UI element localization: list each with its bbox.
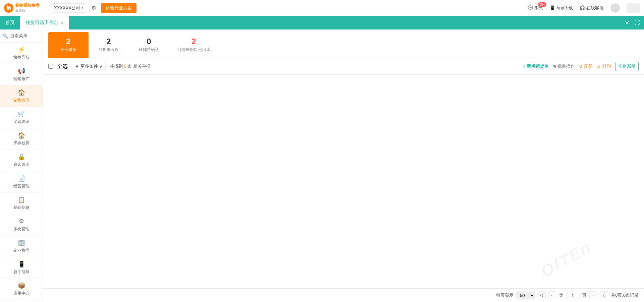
stat-label-all: 全部单据 <box>60 47 76 53</box>
sidebar-item-label: 经营管理 <box>13 183 30 189</box>
capital-icon: 🔒 <box>18 153 25 161</box>
search-icon: 🔍 <box>3 34 8 39</box>
sidebar-item-label: 采购管理 <box>13 119 30 125</box>
sidebar-item-label: 销售管理 <box>13 98 30 103</box>
sidebar-item-label: 营销推广 <box>13 76 30 82</box>
expand-icon[interactable]: ⛶ <box>633 20 641 26</box>
messages-badge: 99+ <box>538 2 546 7</box>
prev-page-button[interactable]: ＜ <box>548 291 556 299</box>
found-suffix: 条 <box>127 64 132 69</box>
sidebar-item-operations[interactable]: 📄 经营管理 <box>0 171 43 193</box>
service-icon: 🎧 <box>580 5 585 10</box>
close-window-icon[interactable]: ✕ <box>624 20 631 26</box>
sidebar-item-label: 企业协同 <box>13 248 30 253</box>
sidebar-item-quick-nav[interactable]: ⚡ 快捷导航 <box>0 43 43 64</box>
logo-area: 畅 畅捷通好生意 标准版 <box>4 3 47 13</box>
batch-label: 批量操作 <box>557 63 575 69</box>
sidebar-item-label: 应用中心 <box>13 291 30 296</box>
sidebar-item-app-center[interactable]: 📦 应用中心 <box>0 279 43 300</box>
stat-label-overdue: 到期未收款 <box>99 47 119 53</box>
toolbar-right: + 新增销货单 ⊞ 批量操作 ↺ 刷新 🖨 打印 切换新版 <box>523 62 639 71</box>
trial-button[interactable]: 体验行业方案 <box>101 3 137 13</box>
header-right: 💬 消息 99+ 📱 App下载 🎧 在线客服 <box>528 3 640 13</box>
app-download-label: App下载 <box>556 5 573 11</box>
company-name: XXXXXX公司 <box>54 5 80 11</box>
stat-card-overdue[interactable]: 2 到期未收款 <box>89 32 129 58</box>
refresh-icon: ↺ <box>579 64 583 69</box>
online-service-button[interactable]: 🎧 在线客服 <box>580 5 604 11</box>
stat-card-pending[interactable]: 0 旺辅待确认 <box>129 32 169 58</box>
sidebar-item-enterprise[interactable]: 🏢 企业协同 <box>0 236 43 257</box>
user-menu[interactable] <box>627 3 640 13</box>
tab-workbench[interactable]: 钱货日清工作台 ✕ <box>20 16 69 29</box>
tab-home-label: 首页 <box>5 20 15 26</box>
sidebar-item-wecom[interactable]: 💬 企业微信 <box>0 300 43 302</box>
stat-label-unshipped: 到期未收款 已出库 <box>177 47 210 53</box>
content-area: 2 全部单据 2 到期未收款 0 旺辅待确认 2 到期未收款 已出库 <box>43 29 644 302</box>
messages-button[interactable]: 💬 消息 99+ <box>528 5 543 11</box>
system-icon: ⚙ <box>19 218 24 225</box>
tab-controls: ✕ ⛶ <box>624 20 644 26</box>
select-all-label: 全选 <box>57 63 68 70</box>
next-page-button[interactable]: ＞ <box>589 291 597 299</box>
sales-icon: 🏠 <box>18 89 25 96</box>
sidebar-item-basic-info[interactable]: 📋 基础信息 <box>0 193 43 214</box>
sidebar-item-label: 新手引导 <box>13 269 30 275</box>
per-page-select[interactable]: 50 100 200 <box>516 292 535 299</box>
page-input[interactable] <box>566 292 580 299</box>
enterprise-icon: 🏢 <box>18 239 25 246</box>
more-conditions-button[interactable]: ▼ 更多条件 ∨ <box>72 62 106 71</box>
sidebar-item-label: 基础信息 <box>13 205 30 210</box>
first-page-button[interactable]: ⟨⟨ <box>538 291 546 299</box>
marketing-icon: 📢 <box>18 67 25 75</box>
stat-card-unshipped[interactable]: 2 到期未收款 已出库 <box>169 32 218 58</box>
tab-home[interactable]: 首页 <box>0 16 20 29</box>
app-center-icon: 📦 <box>18 282 25 289</box>
add-sales-order-button[interactable]: + 新增销货单 <box>523 63 548 69</box>
stats-wrapper: 2 全部单据 2 到期未收款 0 旺辅待确认 2 到期未收款 已出库 <box>43 29 644 58</box>
total-records: 共0页,0条记录 <box>611 292 639 298</box>
sidebar-item-label: 资金管理 <box>13 162 30 168</box>
sidebar-item-guide[interactable]: 📱 新手引导 <box>0 257 43 279</box>
filter-icon: ▼ <box>75 64 79 69</box>
table-area <box>43 75 644 288</box>
stat-num-unshipped: 2 <box>192 37 196 46</box>
page-suffix: 页 <box>582 292 587 298</box>
tab-workbench-label: 钱货日清工作台 <box>25 20 58 26</box>
sidebar-item-capital[interactable]: 🔒 资金管理 <box>0 150 43 171</box>
app-download-button[interactable]: 📱 App下载 <box>550 5 573 11</box>
close-tab-icon[interactable]: ✕ <box>60 20 64 25</box>
logo-icon: 畅 <box>4 3 13 13</box>
print-button[interactable]: 🖨 打印 <box>597 63 611 69</box>
company-selector[interactable]: XXXXXX公司 ▾ <box>51 3 86 13</box>
gear-icon: ⚙ <box>91 5 96 11</box>
sidebar-item-system[interactable]: ⚙ 系统管理 <box>0 214 43 236</box>
operations-icon: 📄 <box>18 175 25 182</box>
sidebar-item-marketing[interactable]: 📢 营销推广 <box>0 64 43 85</box>
chevron-down-icon: ∨ <box>99 64 103 69</box>
found-count: 0 <box>124 64 126 69</box>
batch-operations-button[interactable]: ⊞ 批量操作 <box>552 63 575 69</box>
sidebar-item-purchase[interactable]: 🛒 采购管理 <box>0 107 43 128</box>
purchase-icon: 🛒 <box>18 110 25 118</box>
print-label: 打印 <box>602 63 611 69</box>
avatar[interactable] <box>610 3 620 13</box>
more-conditions-label: 更多条件 <box>80 63 98 69</box>
sidebar-item-sales[interactable]: 🏠 销售管理 <box>0 85 43 107</box>
page-label: 第 <box>559 292 564 298</box>
pagination: 每页显示 50 100 200 ⟨⟨ ＜ 第 页 ＞ ⟩⟩ 共0页,0条记录 <box>43 288 644 302</box>
select-all-checkbox[interactable] <box>48 64 53 69</box>
search-menu-button[interactable]: 🔍 搜索菜单 <box>0 29 43 43</box>
stat-num-pending: 0 <box>147 37 151 46</box>
found-text: 共找到 0 条 相关单据 <box>110 63 151 69</box>
last-page-button[interactable]: ⟩⟩ <box>600 291 608 299</box>
refresh-button[interactable]: ↺ 刷新 <box>579 63 593 69</box>
sidebar-item-inventory[interactable]: 🏠 库存核算 <box>0 128 43 150</box>
batch-icon: ⊞ <box>552 64 556 69</box>
inventory-icon: 🏠 <box>18 132 25 139</box>
stat-card-all[interactable]: 2 全部单据 <box>48 32 89 58</box>
stats-row: 2 全部单据 2 到期未收款 0 旺辅待确认 2 到期未收款 已出库 <box>48 32 639 58</box>
settings-button[interactable]: ⚙ <box>89 3 98 13</box>
switch-version-button[interactable]: 切换新版 <box>615 62 639 71</box>
basic-info-icon: 📋 <box>18 196 25 203</box>
